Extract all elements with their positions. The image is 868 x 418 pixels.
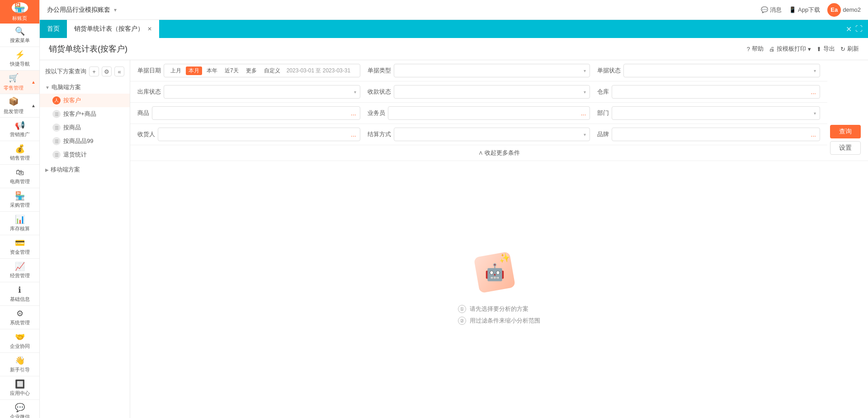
system-icon: ⚙ bbox=[16, 309, 24, 318]
date-badge-custom[interactable]: 自定义 bbox=[261, 66, 283, 75]
sidebar-item-purchase[interactable]: 🏪 采购管理 bbox=[0, 188, 39, 212]
left-panel-header: 按以下方案查询 + ⚙ « bbox=[40, 64, 130, 79]
sidebar-item-retail[interactable]: 🛒 零售管理 ▲ bbox=[0, 71, 39, 94]
sidebar-item-appcenter[interactable]: 🔲 应用中心 bbox=[0, 376, 39, 400]
query-button[interactable]: 查询 bbox=[830, 125, 861, 138]
template-print-button[interactable]: 🖨 按模板打印 ▾ bbox=[769, 45, 811, 53]
salesperson-select[interactable]: ... bbox=[388, 106, 590, 120]
sidebar-item-search-menu[interactable]: 🔍 搜索菜单 bbox=[0, 24, 39, 47]
sidebar-item-inventory[interactable]: 📊 库存核算 bbox=[0, 212, 39, 235]
tree-arrow-mobile: ▶ bbox=[45, 167, 49, 172]
tab-minimize-icon[interactable]: ✕ bbox=[846, 25, 852, 33]
sidebar-item-system[interactable]: ⚙ 系统管理 bbox=[0, 306, 39, 329]
sidebar-item-ecommerce-label: 电商管理 bbox=[10, 178, 30, 185]
add-scheme-icon: + bbox=[92, 68, 96, 75]
sidebar-item-operations[interactable]: 📈 经营管理 bbox=[0, 259, 39, 282]
tab-sales-stat[interactable]: 销货单统计表（按客户） ✕ bbox=[67, 20, 159, 38]
date-range-text: 2023-03-01 至 2023-03-31 bbox=[287, 67, 350, 75]
tree-item-customer-goods-label: 按客户+商品 bbox=[63, 110, 96, 118]
date-badge-more[interactable]: 更多 bbox=[243, 66, 259, 75]
tree-item-return-stat[interactable]: ☰ 退货统计 bbox=[40, 148, 130, 162]
sidebar-item-sales[interactable]: 💰 销售管理 bbox=[0, 141, 39, 165]
salesperson-label: 业务员 bbox=[368, 109, 385, 117]
message-button[interactable]: 💬 消息 bbox=[761, 6, 782, 14]
settings-button[interactable]: 设置 bbox=[830, 141, 861, 155]
tab-home[interactable]: 首页 bbox=[40, 20, 67, 38]
tab-close-icon[interactable]: ✕ bbox=[147, 26, 152, 32]
retail-arrow-icon: ▲ bbox=[31, 80, 36, 85]
sidebar-item-basic[interactable]: ℹ 基础信息 bbox=[0, 282, 39, 306]
tree-item-by-goods-99[interactable]: ☰ 按商品品99 bbox=[40, 134, 130, 148]
retail-icon: 🛒 bbox=[9, 73, 19, 83]
user-avatar: Ea bbox=[827, 3, 841, 17]
date-badge-last-month[interactable]: 上月 bbox=[168, 66, 184, 75]
scheme-settings-icon: ⚙ bbox=[104, 68, 109, 75]
brand-select[interactable]: ... bbox=[612, 128, 820, 141]
receipt-status-arrow-icon: ▾ bbox=[584, 90, 586, 95]
salesperson-ellipsis[interactable]: ... bbox=[581, 109, 586, 117]
sidebar-item-finance-label: 资金管理 bbox=[10, 249, 30, 256]
consignee-ellipsis[interactable]: ... bbox=[351, 131, 356, 138]
filter-item-out-status: 出库状态 ▾ bbox=[137, 85, 360, 99]
template-print-dropdown-icon[interactable]: ▾ bbox=[808, 46, 811, 52]
goods-select[interactable]: ... bbox=[152, 106, 360, 120]
tab-maximize-icon[interactable]: ⛶ bbox=[855, 25, 863, 33]
consignee-select[interactable]: ... bbox=[158, 128, 360, 141]
sidebar-logo: 🏪 标账页 bbox=[0, 0, 40, 24]
collapse-panel-button[interactable]: « bbox=[114, 66, 124, 76]
tree-group-mobile[interactable]: ▶ 移动端方案 bbox=[40, 163, 130, 176]
filter-item-consignee: 收货人 ... bbox=[137, 128, 360, 141]
tree-item-return-label: 退货统计 bbox=[63, 151, 87, 159]
topbar-dropdown-icon[interactable]: ▾ bbox=[114, 7, 117, 13]
order-type-select[interactable]: ▾ bbox=[394, 64, 590, 77]
wechat-icon: 💬 bbox=[15, 403, 25, 413]
main-container: 办公用品行业模拟账套 ▾ 💬 消息 📱 App下载 Ea demo2 首页 bbox=[40, 0, 868, 418]
sidebar-item-operations-label: 经营管理 bbox=[10, 272, 30, 279]
tree-arrow-pc: ▼ bbox=[45, 85, 50, 90]
empty-icon-robot: 🤖 bbox=[485, 263, 505, 282]
warehouse-select[interactable]: ... bbox=[612, 85, 820, 99]
sidebar-item-ecommerce[interactable]: 🛍 电商管理 bbox=[0, 165, 39, 188]
empty-hint-1: ① 请先选择要分析的方案 bbox=[458, 305, 540, 313]
hint-num-1: ① bbox=[458, 305, 466, 313]
sidebar-item-finance[interactable]: 💳 资金管理 bbox=[0, 235, 39, 259]
topbar-right: 💬 消息 📱 App下载 Ea demo2 bbox=[761, 3, 861, 17]
tree-item-by-customer-goods[interactable]: ☰ 按客户+商品 bbox=[40, 107, 130, 121]
add-scheme-button[interactable]: + bbox=[89, 66, 99, 76]
tree-item-by-goods[interactable]: ☰ 按商品 bbox=[40, 121, 130, 134]
goods-ellipsis[interactable]: ... bbox=[351, 109, 356, 117]
brand-ellipsis[interactable]: ... bbox=[811, 131, 816, 138]
warehouse-ellipsis[interactable]: ... bbox=[811, 88, 816, 95]
scheme-settings-button[interactable]: ⚙ bbox=[102, 66, 112, 76]
tree-item-customer-goods-icon: ☰ bbox=[52, 110, 61, 118]
sidebar-item-newuser[interactable]: 👋 新手引导 bbox=[0, 353, 39, 376]
department-select[interactable]: ▾ bbox=[612, 106, 820, 120]
date-badge-this-month[interactable]: 本月 bbox=[186, 66, 202, 75]
collapse-bar[interactable]: ∧ 收起更多条件 bbox=[130, 145, 868, 161]
marketing-icon: 📢 bbox=[15, 120, 25, 130]
quick-nav-icon: ⚡ bbox=[15, 50, 25, 60]
export-button[interactable]: ⬆ 导出 bbox=[816, 45, 835, 53]
receipt-status-select[interactable]: ▾ bbox=[394, 85, 590, 99]
date-badge-7days[interactable]: 近7天 bbox=[222, 66, 241, 75]
help-button[interactable]: ? 帮助 bbox=[747, 45, 764, 53]
sidebar-item-enterprise[interactable]: 🤝 企业协同 bbox=[0, 329, 39, 353]
out-status-arrow-icon: ▾ bbox=[354, 90, 356, 95]
refresh-button[interactable]: ↻ 刷新 bbox=[840, 45, 859, 53]
inventory-icon: 📊 bbox=[15, 214, 25, 224]
tree-item-by-customer[interactable]: 人 按客户 bbox=[40, 94, 130, 107]
tabbar: 首页 销货单统计表（按客户） ✕ ✕ ⛶ bbox=[40, 20, 868, 38]
sidebar-item-wechat[interactable]: 💬 企业微信 bbox=[0, 400, 39, 418]
date-badge-this-year[interactable]: 本年 bbox=[204, 66, 220, 75]
sidebar-item-marketing[interactable]: 📢 营销推广 bbox=[0, 118, 39, 141]
tree-group-pc[interactable]: ▼ 电脑端方案 bbox=[40, 81, 130, 94]
user-profile[interactable]: Ea demo2 bbox=[827, 3, 861, 17]
payment-select[interactable]: ▾ bbox=[394, 128, 590, 141]
out-status-select[interactable]: ▾ bbox=[164, 85, 360, 99]
sidebar-item-wholesale[interactable]: 📦 批发管理 ▲ bbox=[0, 94, 39, 118]
sidebar-item-quick-nav[interactable]: ⚡ 快捷导航 bbox=[0, 47, 39, 71]
operations-icon: 📈 bbox=[15, 261, 25, 271]
order-status-select[interactable]: ▾ bbox=[623, 64, 820, 77]
date-filter-label: 单据日期 bbox=[137, 66, 161, 75]
app-download-button[interactable]: 📱 App下载 bbox=[789, 6, 820, 14]
